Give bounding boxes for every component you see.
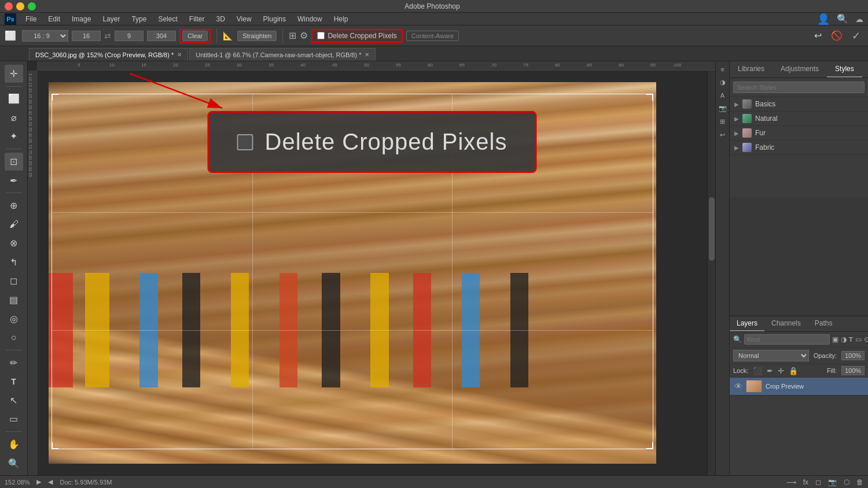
layers-filter-pixel-icon[interactable]: ▣	[832, 335, 838, 343]
shape-tool[interactable]: ▭	[5, 411, 23, 428]
layer-item-crop-preview[interactable]: 👁 Crop Preview	[730, 378, 868, 395]
maximize-button[interactable]	[28, 2, 36, 10]
tab-adjustments[interactable]: Adjustments	[773, 61, 827, 77]
crop-height-input[interactable]	[115, 31, 144, 41]
style-group-basics[interactable]: ▶ Basics	[730, 97, 868, 112]
panel-icon-grid2[interactable]: ⊞	[720, 118, 725, 125]
healing-tool[interactable]: ⊕	[5, 197, 23, 215]
styles-search-input[interactable]	[733, 82, 865, 93]
tab-paths[interactable]: Paths	[808, 316, 840, 331]
tab-dsc3060[interactable]: DSC_3060.jpg @ 152% (Crop Preview, RGB/8…	[29, 48, 188, 61]
lasso-tool[interactable]: ⌀	[5, 109, 23, 127]
opacity-input[interactable]	[841, 351, 865, 360]
close-button[interactable]	[5, 2, 13, 10]
menu-type[interactable]: Type	[127, 14, 151, 24]
tab-channels[interactable]: Channels	[764, 316, 808, 331]
user-icon[interactable]: 👤	[817, 13, 830, 25]
zoom-tool[interactable]: 🔍	[5, 454, 23, 472]
crop-width-input[interactable]	[72, 31, 101, 41]
text-tool[interactable]: T	[5, 372, 23, 390]
style-group-fabric[interactable]: ▶ Fabric	[730, 141, 868, 155]
straighten-button[interactable]: Straighten	[237, 31, 277, 41]
menu-file[interactable]: File	[21, 14, 41, 24]
history-brush-tool[interactable]: ↰	[5, 253, 23, 271]
lock-all-icon[interactable]: 🔒	[789, 367, 798, 375]
status-icon-trash[interactable]: 🗑	[856, 478, 863, 486]
layers-filter-shape-icon[interactable]: ▭	[855, 335, 862, 343]
collapse-arrow[interactable]: ◀	[48, 478, 53, 486]
undo-button[interactable]: ↩	[811, 28, 825, 43]
swap-icon[interactable]: ⇄	[104, 31, 111, 40]
tab-libraries[interactable]: Libraries	[730, 61, 773, 77]
delete-cropped-pixels-group[interactable]: Delete Cropped Pixels	[311, 29, 402, 43]
gradient-tool[interactable]: ▤	[5, 291, 23, 309]
crop-tool[interactable]: ⊡	[5, 153, 23, 171]
layers-search-icon[interactable]: 🔍	[733, 335, 742, 343]
menu-plugins[interactable]: Plugins	[259, 14, 290, 24]
grid-icon[interactable]: ⊞	[289, 30, 296, 41]
menu-edit[interactable]: Edit	[43, 14, 65, 24]
crop-corner-bl[interactable]	[52, 442, 58, 449]
canvas-scroll-area[interactable]: Delete Cropped Pixels	[37, 71, 707, 488]
lock-pixels-icon[interactable]: ⬛	[753, 367, 762, 375]
menu-image[interactable]: Image	[67, 14, 95, 24]
blend-mode-select[interactable]: Normal	[733, 350, 809, 361]
status-icon-goto[interactable]: ⟶	[786, 478, 796, 486]
crop-corner-br[interactable]	[646, 442, 653, 449]
brush-tool[interactable]: 🖌	[5, 216, 23, 234]
status-icon-3d[interactable]: ⬡	[844, 478, 849, 486]
lock-artboard-icon[interactable]: ✛	[778, 367, 784, 375]
panel-icon-adjust[interactable]: ◑	[720, 79, 726, 86]
dodge-tool[interactable]: ○	[5, 328, 23, 346]
clone-stamp-tool[interactable]: ⊗	[5, 234, 23, 252]
pen-tool[interactable]: ✏	[5, 354, 23, 372]
menu-select[interactable]: Select	[153, 14, 182, 24]
content-aware-button[interactable]: Content-Aware	[406, 31, 459, 41]
menu-view[interactable]: View	[232, 14, 256, 24]
layer-visibility-icon[interactable]: 👁	[734, 382, 742, 391]
panel-icon-camera[interactable]: 📷	[719, 105, 727, 112]
crop-corner-tr[interactable]	[646, 94, 653, 101]
menu-filter[interactable]: Filter	[185, 14, 209, 24]
v-scroll-thumb[interactable]	[709, 197, 715, 261]
panel-icon-styles[interactable]: A	[720, 92, 724, 99]
confirm-crop-button[interactable]: ✓	[849, 28, 863, 44]
menu-window[interactable]: Window	[293, 14, 327, 24]
fill-input[interactable]	[841, 366, 865, 375]
status-icon-camera2[interactable]: 📷	[828, 478, 837, 486]
tab-layers[interactable]: Layers	[730, 316, 764, 331]
menu-help[interactable]: Help	[329, 14, 353, 24]
marquee-tool[interactable]: ⬜	[5, 90, 23, 108]
minimize-button[interactable]	[16, 2, 24, 10]
style-group-fur[interactable]: ▶ Fur	[730, 126, 868, 141]
tab-styles[interactable]: Styles	[827, 61, 862, 77]
menu-layer[interactable]: Layer	[98, 14, 124, 24]
v-scrollbar[interactable]	[707, 71, 715, 488]
delete-cropped-checkbox[interactable]	[317, 32, 325, 39]
style-group-natural[interactable]: ▶ Natural	[730, 112, 868, 126]
ratio-select[interactable]: 16 : 9	[22, 30, 68, 42]
magic-wand-tool[interactable]: ✦	[5, 128, 23, 146]
tab-dsc3060-close[interactable]: ✕	[177, 51, 182, 58]
resolution-input[interactable]	[147, 31, 176, 41]
cancel-crop-button[interactable]: 🚫	[828, 28, 845, 43]
panel-icon-layers[interactable]: ≡	[720, 66, 724, 73]
search-icon[interactable]: 🔍	[837, 13, 848, 24]
status-icon-fx[interactable]: fx	[803, 478, 808, 486]
eraser-tool[interactable]: ◻	[5, 272, 23, 290]
clear-button[interactable]: Clear	[182, 31, 208, 41]
expand-arrow[interactable]: ▶	[36, 478, 41, 486]
layers-search-input[interactable]	[744, 334, 830, 345]
panel-icon-history[interactable]: ↩	[720, 131, 725, 139]
status-icon-mask[interactable]: ◻	[815, 478, 821, 486]
hand-tool[interactable]: ✋	[5, 435, 23, 453]
lock-position-icon[interactable]: ✒	[767, 367, 773, 375]
tab-untitled1[interactable]: Untitled-1 @ 66.7% (7.Camera-raw-smart-o…	[189, 48, 376, 61]
layers-filter-adjust-icon[interactable]: ◑	[841, 335, 847, 343]
menu-3d[interactable]: 3D	[211, 14, 229, 24]
layers-filter-smart-icon[interactable]: ⊙	[864, 335, 868, 343]
blur-tool[interactable]: ◎	[5, 310, 23, 328]
eyedropper-tool[interactable]: ✒	[5, 172, 23, 190]
path-selection-tool[interactable]: ↖	[5, 391, 23, 409]
settings-icon[interactable]: ⚙	[300, 30, 308, 41]
